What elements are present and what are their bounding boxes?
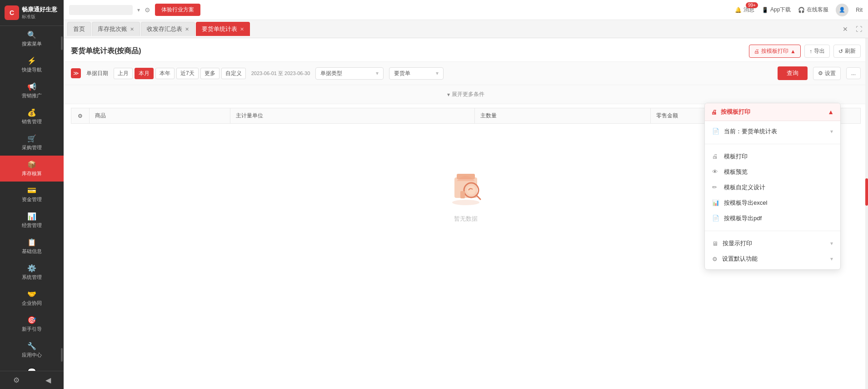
dropdown-item-print[interactable]: 🖨 模板打印 xyxy=(705,149,840,164)
sidebar-item-enterprise[interactable]: 🤝 企业协同 xyxy=(0,285,64,311)
dropdown-item-excel-label: 按模板导出excel xyxy=(724,199,833,207)
tab-inventory-batch-close-icon[interactable]: ✕ xyxy=(130,26,134,32)
dropdown-group-set-default[interactable]: ⚙ 设置默认功能 ▾ xyxy=(705,251,840,267)
sidebar-item-basic-info[interactable]: 📋 基础信息 xyxy=(0,233,64,259)
dropdown-item-pdf[interactable]: 📄 按模板导出pdf xyxy=(705,211,840,226)
sidebar-item-quick-nav[interactable]: ⚡ 快捷导航 xyxy=(0,52,64,78)
sidebar-item-wechat[interactable]: 💬 企业微信 xyxy=(0,363,64,371)
online-service-item[interactable]: 🎧 在线客服 xyxy=(798,6,828,14)
date-btn-more[interactable]: 更多 xyxy=(200,68,219,79)
date-btn-this-year[interactable]: 本年 xyxy=(155,68,175,79)
sidebar-item-inventory[interactable]: 📦 库存核算 xyxy=(0,156,64,182)
window-close-button[interactable]: ✕ xyxy=(840,24,851,35)
sidebar-item-guide[interactable]: 🎯 新手引导 xyxy=(0,311,64,337)
online-service-label: 在线客服 xyxy=(807,6,828,14)
dropdown-group-set-default-left: ⚙ 设置默认功能 xyxy=(712,255,758,263)
dropdown-collapse-icon[interactable]: ▲ xyxy=(828,108,834,116)
sidebar-settings-icon[interactable]: ⚙ xyxy=(13,376,20,384)
settings-icon: ⚙ xyxy=(818,70,823,76)
sidebar: C 畅康通好生意 标准版 🔍 搜索菜单 ⚡ 快捷导航 📢 营销推广 💰 销售管理… xyxy=(0,0,64,389)
settings-button[interactable]: ⚙ 设置 xyxy=(813,67,841,80)
more-options-button[interactable]: ... xyxy=(846,67,861,79)
goods-chevron-icon: ▾ xyxy=(436,70,439,76)
sidebar-item-operations[interactable]: 📊 经营管理 xyxy=(0,207,64,233)
dropdown-item-excel[interactable]: 📊 按模板导出excel xyxy=(705,195,840,211)
app-download-label: App下载 xyxy=(770,6,791,14)
sidebar-item-search[interactable]: 🔍 搜索菜单 xyxy=(0,26,64,52)
date-btn-7days[interactable]: 近7天 xyxy=(176,68,199,79)
tab-home-label: 首页 xyxy=(73,25,85,33)
goods-filter-label: 要货单 xyxy=(394,70,410,77)
username-label: Rit xyxy=(856,7,863,13)
refresh-icon: ↺ xyxy=(838,48,843,55)
username-item[interactable]: Rit xyxy=(856,7,863,13)
filter-expand-icon[interactable]: ≫ xyxy=(71,68,81,78)
sidebar-item-app-center[interactable]: 🔧 应用中心 xyxy=(0,337,64,363)
dropdown-divider-1 xyxy=(705,144,840,144)
expand-down-icon: ▾ xyxy=(447,91,450,98)
basic-info-icon: 📋 xyxy=(27,238,36,247)
window-maximize-button[interactable]: ⛶ xyxy=(853,24,864,35)
refresh-button[interactable]: ↺ 刷新 xyxy=(833,45,861,58)
tab-order-stats[interactable]: 要货单统计表 ✕ xyxy=(196,22,250,36)
dropdown-item-design[interactable]: ✏ 模板自定义设计 xyxy=(705,180,840,195)
date-btn-custom[interactable]: 自定义 xyxy=(221,68,246,79)
top-header: ▾ ⚙ 体验行业方案 🔔 消息 99+ 📱 App下载 🎧 在线客服 👤 Rit xyxy=(64,0,868,20)
design-icon: ✏ xyxy=(712,184,719,191)
svg-point-0 xyxy=(452,200,479,205)
date-btn-last-month[interactable]: 上月 xyxy=(114,68,133,79)
svg-point-5 xyxy=(467,186,476,195)
tab-receipt-summary[interactable]: 收发存汇总表 ✕ xyxy=(141,22,195,36)
messages-item[interactable]: 🔔 消息 99+ xyxy=(735,6,754,14)
export-button[interactable]: ↑ 导出 xyxy=(804,45,830,58)
sidebar-item-marketing[interactable]: 📢 营销推广 xyxy=(0,78,64,104)
table-header-settings[interactable]: ⚙ xyxy=(71,108,90,124)
right-scrollbar[interactable] xyxy=(865,38,868,389)
dropdown-header[interactable]: 🖨 按模板打印 ▲ xyxy=(705,103,840,121)
pdf-icon: 📄 xyxy=(712,215,719,222)
header-gear-icon[interactable]: ⚙ xyxy=(145,6,150,14)
table-header-product: 商品 xyxy=(90,108,230,124)
type-filter-dropdown[interactable]: 单据类型 ▾ xyxy=(315,67,384,80)
dropdown-group-display-print[interactable]: 🖥 按显示打印 ▾ xyxy=(705,236,840,251)
sidebar-item-finance[interactable]: 💳 资金管理 xyxy=(0,182,64,207)
tab-inventory-batch-label: 库存批次账 xyxy=(98,25,127,33)
trial-button[interactable]: 体验行业方案 xyxy=(155,4,200,16)
dropdown-header-left: 🖨 按模板打印 xyxy=(711,108,750,116)
breadcrumb-chevron-icon[interactable]: ▾ xyxy=(137,7,140,13)
dropdown-section-groups: 🖥 按显示打印 ▾ ⚙ 设置默认功能 ▾ xyxy=(705,233,840,269)
user-avatar-item[interactable]: 👤 xyxy=(836,4,848,16)
table-settings-icon[interactable]: ⚙ xyxy=(78,113,83,119)
download-icon: 📱 xyxy=(762,7,768,13)
app-name: 畅康通好生意 xyxy=(22,6,57,14)
tab-inventory-batch[interactable]: 库存批次账 ✕ xyxy=(92,22,140,36)
query-button[interactable]: 查询 xyxy=(778,66,808,80)
window-controls: ✕ ⛶ xyxy=(840,24,864,35)
logo-text: 畅康通好生意 标准版 xyxy=(22,6,57,20)
sidebar-collapse-icon[interactable]: ◀ xyxy=(45,376,51,384)
finance-icon: 💳 xyxy=(27,186,36,195)
sidebar-item-system[interactable]: ⚙️ 系统管理 xyxy=(0,259,64,285)
dropdown-item-preview[interactable]: 👁 模板预览 xyxy=(705,164,840,180)
app-download-item[interactable]: 📱 App下载 xyxy=(762,6,791,14)
sidebar-scroll-down xyxy=(61,348,63,362)
date-filter-group: 上月 本月 本年 近7天 更多 自定义 xyxy=(114,68,246,79)
dropdown-section-items: 🖨 模板打印 👁 模板预览 ✏ 模板自定义设计 📊 按模板导出excel 📄 xyxy=(705,146,840,229)
sidebar-item-purchase[interactable]: 🛒 采购管理 xyxy=(0,130,64,156)
goods-filter-dropdown[interactable]: 要货单 ▾ xyxy=(389,67,444,80)
expand-more-button[interactable]: ▾ 展开更多条件 xyxy=(66,88,865,101)
print-template-button[interactable]: 🖨 按模板打印 ▲ xyxy=(749,45,801,58)
tab-order-stats-close-icon[interactable]: ✕ xyxy=(240,26,244,32)
sales-icon: 💰 xyxy=(27,108,36,117)
preview-icon: 👁 xyxy=(712,168,719,176)
dropdown-item-pdf-label: 按模板导出pdf xyxy=(724,214,833,222)
breadcrumb-input[interactable] xyxy=(69,5,133,15)
sidebar-item-sales[interactable]: 💰 销售管理 xyxy=(0,104,64,130)
tab-home[interactable]: 首页 xyxy=(67,22,91,36)
tab-receipt-summary-close-icon[interactable]: ✕ xyxy=(185,26,189,32)
date-range-display: 2023-06-01 至 2023-06-30 xyxy=(251,70,310,77)
date-btn-this-month[interactable]: 本月 xyxy=(135,68,154,79)
scrollbar-thumb xyxy=(865,178,868,206)
dropdown-current-template[interactable]: 📄 当前：要货单统计表 ▾ xyxy=(705,124,840,139)
search-icon: 🔍 xyxy=(27,30,36,39)
